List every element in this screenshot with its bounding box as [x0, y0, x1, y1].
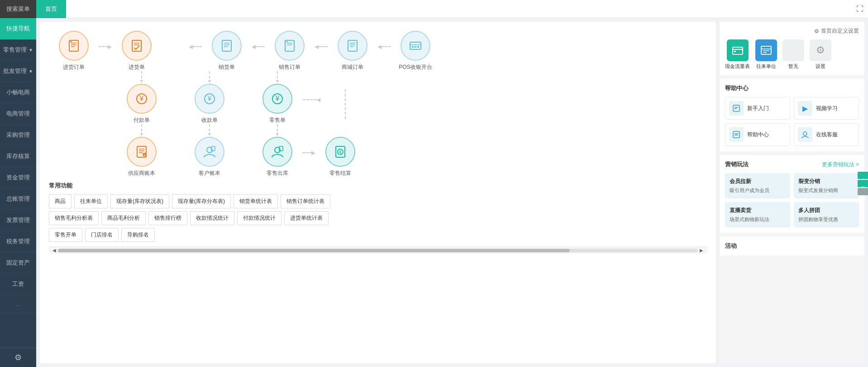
hc-help[interactable]: 帮助中心	[725, 123, 790, 146]
marketing-title: 营销玩法	[725, 160, 749, 169]
common-functions-title: 常用功能	[49, 182, 707, 190]
marketing-more[interactable]: 更多营销玩法 >	[822, 161, 859, 169]
sidebar-item-ecommerce-small[interactable]: 小畅电商	[0, 82, 36, 103]
sidebar-item-label: 库存核算	[6, 152, 30, 160]
float-btn-desktop[interactable]: 桌面快捷	[858, 188, 868, 195]
qa-none[interactable]: 暂无	[782, 39, 804, 70]
cf-btn-purchase-stat[interactable]: 进货单统计表	[284, 211, 329, 225]
cf-btn-product[interactable]: 商品	[49, 194, 72, 208]
cf-btn-stock-dist[interactable]: 现存量(库存分布表)	[172, 194, 231, 208]
settings-icon[interactable]: ⚙	[14, 353, 22, 362]
svg-rect-49	[733, 105, 739, 111]
cf-btn-sales-stat[interactable]: 销货单统计表	[234, 194, 278, 208]
mkt-group[interactable]: 多人拼团 拼团购物享受优惠	[794, 202, 859, 227]
sidebar-item-ecommerce[interactable]: 电商管理	[0, 103, 36, 125]
hc-beginner[interactable]: 新手入门	[725, 97, 790, 120]
cf-btn-receipt-stat[interactable]: 收款情况统计	[190, 211, 234, 225]
flow-node-retail-settlement[interactable]: ¥ 零售结算	[315, 137, 365, 177]
hc-video[interactable]: ▶ 视频学习	[794, 97, 859, 120]
settings-box-icon: ⚙	[810, 39, 831, 61]
flow-node-payment[interactable]: ¥ 付款单	[117, 84, 167, 124]
cf-btn-product-gross[interactable]: 商品毛利分析	[101, 211, 146, 225]
cf-btn-guide-rank[interactable]: 导购排名	[121, 228, 155, 242]
beginner-icon	[729, 101, 744, 116]
video-icon: ▶	[798, 101, 812, 116]
sidebar-item-finance[interactable]: 资金管理	[0, 167, 36, 188]
qa-settings[interactable]: ⚙ 设置	[810, 39, 831, 70]
cf-row-1: 商品 往来单位 现存量(库存状况表) 现存量(库存分布表) 销货单统计表 销售订…	[49, 194, 707, 208]
chevron-down-icon: ▼	[29, 69, 33, 74]
marketing-header: 营销玩法 更多营销玩法 >	[725, 160, 859, 169]
scroll-track[interactable]	[58, 249, 698, 252]
v-connector-sales: ▼	[185, 71, 234, 84]
sidebar-item-wholesale[interactable]: 批发管理 ▼	[0, 61, 36, 82]
flow-node-sales[interactable]: 销货单	[202, 31, 252, 71]
gear-icon: ⚙	[814, 28, 819, 34]
flow-node-purchase[interactable]: 进货单	[112, 31, 162, 71]
float-btn-community[interactable]: 服务社区	[858, 180, 868, 187]
flow-node-mall-order[interactable]: 商城订单	[328, 31, 377, 71]
service-icon	[798, 127, 812, 142]
flow-node-customer-ledger[interactable]: 客户账本	[185, 137, 234, 177]
common-functions: 常用功能 商品 往来单位 现存量(库存状况表) 现存量(库存分布表) 销货单统计…	[49, 182, 707, 242]
sidebar-item-retail[interactable]: 零售管理 ▼	[0, 39, 36, 61]
svg-text:¥: ¥	[275, 95, 280, 102]
cf-btn-store-rank[interactable]: 门店排名	[85, 228, 119, 242]
help-center-grid: 新手入门 ▶ 视频学习 帮助中心	[725, 97, 859, 146]
sidebar-item-assets[interactable]: 固定资产	[0, 252, 36, 274]
flow-node-retail-out[interactable]: 零售出库	[253, 137, 302, 177]
scroll-bar: ◀ ▶	[49, 246, 707, 254]
svg-rect-52	[733, 131, 739, 138]
flow-node-pos[interactable]: POS收银开台	[391, 31, 440, 71]
sidebar-item-label: 批发管理	[3, 67, 27, 75]
float-btn-service[interactable]: 客服热线	[858, 172, 868, 179]
sidebar-item-purchase[interactable]: 采购管理	[0, 125, 36, 146]
cf-row-3: 零售开单 门店排名 导购排名	[49, 228, 707, 242]
sidebar-item-payroll[interactable]: 工资	[0, 274, 36, 295]
flow-node-purchase-order[interactable]: 进货订单	[49, 31, 99, 71]
cf-btn-order-stat[interactable]: 销售订单统计表	[281, 194, 330, 208]
svg-text:¥: ¥	[139, 95, 144, 102]
flow-node-retail-single[interactable]: ¥ 零售单	[253, 84, 302, 124]
flow-node-sales-order[interactable]: 销售订单	[265, 31, 315, 71]
sidebar-item-inventory[interactable]: 库存核算	[0, 146, 36, 167]
cf-btn-gross-analysis[interactable]: 销售毛利分析表	[49, 211, 99, 225]
flow-node-supplier-ledger[interactable]: $ 供应商账本	[117, 137, 167, 177]
arrow-connector-3: ◀	[315, 43, 328, 50]
sidebar-item-quicknav[interactable]: 快捷导航	[0, 18, 36, 39]
left-panel: 进货订单 ▶ 进货单	[40, 22, 716, 363]
cf-btn-partner[interactable]: 往来单位	[74, 194, 108, 208]
mkt-live[interactable]: 直播卖货 场景式购物新玩法	[725, 202, 790, 227]
hc-service[interactable]: 在线客服	[794, 123, 859, 146]
mkt-fission[interactable]: 裂变分销 裂变式发展分销商	[794, 173, 859, 198]
svg-point-55	[803, 132, 807, 135]
scroll-right-arrow[interactable]: ▶	[698, 248, 705, 253]
sidebar-item-tax[interactable]: 税务管理	[0, 231, 36, 252]
sidebar-item-more[interactable]: ...	[0, 295, 36, 314]
svg-rect-4	[132, 40, 141, 51]
svg-rect-18	[410, 42, 421, 49]
flow-node-receipt[interactable]: ¥ 收款单	[185, 84, 234, 124]
cf-btn-stock-status[interactable]: 现存量(库存状况表)	[110, 194, 169, 208]
fullscreen-icon[interactable]: ⛶	[856, 5, 863, 13]
sidebar-item-label: 采购管理	[6, 131, 30, 139]
homepage-customize[interactable]: ⚙ 首页自定义设置	[814, 27, 859, 35]
spacer-v2	[99, 71, 117, 84]
cf-btn-retail-order[interactable]: 零售开单	[49, 228, 82, 242]
svg-text:¥: ¥	[207, 95, 212, 102]
arrow-connector-4: ◀	[377, 43, 391, 50]
cf-btn-payment-stat[interactable]: 付款情况统计	[237, 211, 281, 225]
arrow-pos-retail: ◀	[302, 97, 320, 103]
marketing-panel: 营销玩法 更多营销玩法 > 会员拉新 吸引用户成为会员 裂变分销 裂变式发展分销…	[720, 155, 864, 233]
cf-btn-sales-rank[interactable]: 销售排行榜	[148, 211, 187, 225]
flow-diagram: 进货订单 ▶ 进货单	[49, 31, 707, 177]
sidebar-item-invoice[interactable]: 发票管理	[0, 210, 36, 231]
mkt-member[interactable]: 会员拉新 吸引用户成为会员	[725, 173, 790, 198]
scroll-left-arrow[interactable]: ◀	[51, 248, 58, 253]
sidebar-item-ledger[interactable]: 总账管理	[0, 188, 36, 210]
qa-partner[interactable]: 往来单位	[755, 39, 777, 70]
qa-cashflow[interactable]: 现金流量表	[725, 39, 750, 70]
home-tab[interactable]: 首页	[36, 0, 66, 18]
search-menu[interactable]: 搜索菜单	[0, 0, 36, 18]
arrow-connector: ▶	[99, 43, 112, 50]
